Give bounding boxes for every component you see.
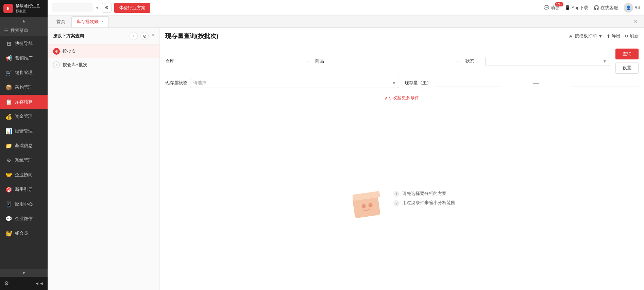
sidebar-item-member[interactable]: 👑 畅会员 (0, 226, 48, 241)
warehouse-more-icon[interactable]: ··· (305, 58, 310, 64)
panel-close-button[interactable]: × (631, 19, 640, 25)
content-actions: 🖨 按模板打印 ▼ ⬆ 导出 ↻ 刷新 (569, 33, 639, 39)
sidebar-settings-icon[interactable]: ⚙ (4, 280, 9, 287)
query-button[interactable]: 查询 (615, 49, 639, 59)
sidebar-scroll-down[interactable]: ▼ (0, 269, 48, 277)
topbar-search-area[interactable] (52, 3, 92, 12)
nav-label-enterprise: 企业协同 (15, 172, 33, 178)
tabbar: 首页 库存批次账 × × (48, 16, 644, 28)
tab-batch-account[interactable]: 库存批次账 × (71, 16, 109, 27)
export-button[interactable]: ⬆ 导出 (607, 33, 621, 39)
status-label: 状态 (465, 58, 482, 64)
sidebar-item-system[interactable]: ⚙ 系统管理 (0, 153, 48, 168)
nav-icon-newbie: 🎯 (5, 186, 12, 193)
sidebar-item-operation[interactable]: 📊 经营管理 (0, 124, 48, 139)
nav-label-basic: 基础信息 (15, 143, 33, 149)
sidebar-footer: ⚙ ◄◄ (0, 277, 48, 290)
nav-icon-quick-nav: ⊞ (5, 40, 12, 47)
scheme-icon-active: ⊙ (53, 48, 60, 55)
stock-qty-from-input[interactable] (434, 79, 502, 87)
avatar: 👤 (624, 3, 633, 13)
nav-icon-wechat: 💬 (5, 216, 12, 222)
scheme-label-by-warehouse-batch: 按仓库+批次 (63, 62, 87, 68)
collapse-label: 收起更多条件 (393, 95, 419, 101)
filter-section: 仓库 ··· 商品 ··· 状态 ▼ (160, 43, 644, 109)
topbar-settings-button[interactable]: ⚙ (102, 3, 112, 13)
status-select[interactable]: ▼ (485, 57, 610, 66)
sidebar-item-quick-nav[interactable]: ⊞ 快捷导航 (0, 36, 48, 51)
scheme-icon-inactive: ○ (53, 61, 60, 68)
tab-batch-account-label: 库存批次账 (77, 19, 99, 25)
empty-hint-2: 2 用过滤条件来缩小分析范围 (393, 200, 455, 206)
tab-home[interactable]: 首页 (52, 17, 70, 27)
sidebar-search[interactable]: ☰ 搜索菜单 (0, 25, 48, 36)
sidebar-item-purchase[interactable]: 📦 采购管理 (0, 80, 48, 95)
product-label: 商品 (315, 58, 332, 64)
refresh-button[interactable]: ↻ 刷新 (625, 33, 639, 39)
sidebar-item-sales[interactable]: 🛒 销售管理 (0, 66, 48, 80)
nav-label-sales: 销售管理 (15, 70, 33, 76)
stock-status-placeholder: 请选择 (193, 80, 206, 86)
online-service-button[interactable]: 🎧 在线客服 (594, 5, 618, 11)
app-download-button[interactable]: 📱 App下载 (565, 5, 588, 11)
add-scheme-button[interactable]: + (130, 32, 138, 40)
sidebar-item-enterprise[interactable]: 🤝 企业协同 (0, 168, 48, 182)
warehouse-input[interactable] (185, 57, 303, 65)
sidebar-collapse-icon[interactable]: ◄◄ (35, 281, 44, 286)
page-title: 现存量查询(按批次) (165, 32, 218, 40)
sidebar-item-appstore[interactable]: 📱 应用中心 (0, 197, 48, 212)
filter-stock-qty: 现存量（主） — (405, 79, 639, 87)
product-more-icon[interactable]: ··· (455, 58, 460, 64)
nav-icon-system: ⚙ (5, 157, 12, 164)
settings-button[interactable]: 设置 (615, 62, 639, 74)
nav-label-inventory: 库存核算 (15, 99, 33, 105)
user-avatar-group[interactable]: 👤 Rit (624, 3, 640, 13)
nav-label-wechat: 企业微信 (15, 216, 33, 222)
sidebar-nav: ⊞ 快捷导航 📢 营销推广 🛒 销售管理 📦 采购管理 📋 库存核算 💰 资金管… (0, 36, 48, 269)
stock-qty-to-input[interactable] (571, 79, 639, 87)
nav-icon-marketing: 📢 (5, 55, 12, 61)
scheme-item-by-batch[interactable]: ⊙ 按批次 (48, 44, 159, 58)
print-button[interactable]: 🖨 按模板打印 ▼ (569, 33, 603, 39)
nav-icon-purchase: 📦 (5, 84, 12, 91)
stock-status-label: 现存量状态 (165, 80, 187, 86)
sidebar-item-basic[interactable]: 📁 基础信息 (0, 139, 48, 153)
topbar-right: 💬 消息 99+ 📱 App下载 🎧 在线客服 👤 Rit (544, 3, 640, 13)
sidebar-item-marketing[interactable]: 📢 营销推广 (0, 51, 48, 66)
filter-status: 状态 ▼ (465, 57, 610, 66)
topbar-chevron-icon[interactable]: ▼ (95, 5, 99, 10)
scheme-item-by-warehouse-batch[interactable]: ○ 按仓库+批次 (48, 58, 159, 72)
sidebar-item-newbie[interactable]: 🎯 新手引导 (0, 182, 48, 197)
print-icon: 🖨 (569, 34, 573, 39)
panel-title: 按以下方案查询 (53, 33, 84, 39)
scheme-settings-icon: ⊙ (143, 34, 147, 39)
scheme-settings-button[interactable]: ⊙ (140, 32, 149, 40)
topbar-search-text (55, 5, 59, 11)
online-service-label: 在线客服 (600, 5, 618, 11)
nav-icon-inventory: 📋 (5, 99, 12, 105)
stock-status-select[interactable]: 请选择 ▼ (190, 78, 399, 88)
export-label: 导出 (612, 33, 621, 39)
left-panel: 按以下方案查询 + ⊙ « ⊙ 按批次 ○ 按仓库+批次 (48, 28, 160, 290)
search-icon: ☰ (4, 28, 9, 33)
nav-icon-enterprise: 🤝 (5, 172, 12, 178)
sidebar-item-inventory[interactable]: 📋 库存核算 (0, 95, 48, 109)
try-industry-button[interactable]: 体验行业方案 (114, 3, 150, 13)
stock-qty-dash: — (504, 79, 568, 87)
tab-home-label: 首页 (56, 19, 65, 25)
sidebar: 6 畅康通好生意 标准版 ▲ ☰ 搜索菜单 ⊞ 快捷导航 📢 营销推广 🛒 销售… (0, 0, 48, 290)
topbar-left: ▼ ⚙ 体验行业方案 (52, 3, 541, 13)
nav-label-member: 畅会员 (15, 230, 28, 236)
product-input[interactable] (335, 57, 453, 65)
filter-warehouse: 仓库 ··· (165, 57, 310, 65)
panel-collapse-button[interactable]: « (151, 32, 154, 40)
sidebar-scroll-up[interactable]: ▲ (0, 17, 48, 25)
tab-batch-account-close[interactable]: × (101, 19, 104, 24)
sidebar-item-finance[interactable]: 💰 资金管理 (0, 109, 48, 124)
message-button[interactable]: 💬 消息 99+ (544, 5, 559, 11)
collapse-more-bar[interactable]: ∧∧ 收起更多条件 (165, 92, 639, 104)
export-icon: ⬆ (607, 34, 610, 39)
message-badge: 99+ (555, 2, 563, 6)
app-edition: 标准版 (16, 9, 40, 14)
sidebar-item-wechat[interactable]: 💬 企业微信 (0, 212, 48, 226)
